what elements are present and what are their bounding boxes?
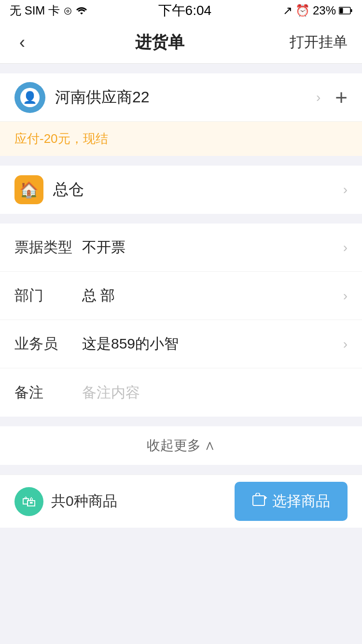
- select-btn-icon: [252, 493, 267, 510]
- back-button[interactable]: ‹: [14, 28, 30, 57]
- bottom-bar: 🛍 共0种商品 选择商品: [0, 475, 362, 528]
- status-bar: 无 SIM 卡 ⊙ 下午6:04 ↗ ⏰ 23%: [0, 0, 362, 21]
- notes-input[interactable]: 备注内容: [82, 383, 348, 403]
- signal-text: 无 SIM 卡 ⊙: [10, 3, 72, 18]
- department-label: 部门: [14, 286, 82, 306]
- battery-text: 23%: [313, 4, 336, 17]
- page-background: [0, 528, 362, 644]
- product-cart-icon: 🛍: [14, 487, 43, 516]
- svg-rect-3: [253, 496, 265, 505]
- form-section: 票据类型 不开票 › 部门 总 部 › 业务员 这是859的小智 › 备注 备注…: [0, 224, 362, 417]
- collapse-bar[interactable]: 收起更多 ∧: [0, 426, 362, 465]
- notes-label: 备注: [14, 383, 82, 403]
- salesperson-chevron-icon: ›: [343, 336, 348, 352]
- ticket-type-row[interactable]: 票据类型 不开票 ›: [0, 224, 362, 272]
- warehouse-row[interactable]: 🏠 总仓 ›: [0, 166, 362, 214]
- ticket-type-label: 票据类型: [14, 238, 82, 257]
- notes-row[interactable]: 备注 备注内容: [0, 368, 362, 417]
- department-value: 总 部: [82, 286, 343, 306]
- department-row[interactable]: 部门 总 部 ›: [0, 272, 362, 320]
- battery-icon: [339, 4, 352, 17]
- status-time: 下午6:04: [158, 1, 212, 20]
- avatar: 👤: [14, 82, 45, 113]
- warehouse-card: 🏠 总仓 ›: [0, 166, 362, 214]
- supplier-chevron-icon: ›: [316, 90, 320, 105]
- page-title: 进货单: [135, 31, 184, 54]
- supplier-card: 👤 河南供应商22 › + 应付-20元，现结: [0, 73, 362, 156]
- location-icon: ↗: [283, 4, 292, 17]
- svg-rect-2: [340, 8, 343, 14]
- salesperson-value: 这是859的小智: [82, 334, 343, 354]
- supplier-row[interactable]: 👤 河南供应商22 › +: [0, 73, 362, 122]
- wifi-icon: [76, 4, 87, 17]
- warehouse-chevron-icon: ›: [343, 182, 348, 197]
- nav-bar: ‹ 进货单 打开挂单: [0, 21, 362, 64]
- section-gap-2: [0, 156, 362, 166]
- open-pending-button[interactable]: 打开挂单: [290, 32, 348, 52]
- salesperson-row[interactable]: 业务员 这是859的小智 ›: [0, 320, 362, 368]
- select-btn-label: 选择商品: [272, 491, 330, 511]
- svg-rect-1: [351, 9, 352, 12]
- section-gap-1: [0, 64, 362, 73]
- select-product-button[interactable]: 选择商品: [235, 482, 348, 521]
- supplier-name: 河南供应商22: [55, 87, 316, 108]
- payment-notice: 应付-20元，现结: [0, 122, 362, 156]
- product-count-label: 共0种商品: [51, 491, 235, 511]
- department-chevron-icon: ›: [343, 288, 348, 304]
- warehouse-icon: 🏠: [14, 175, 43, 204]
- alarm-icon: ⏰: [295, 4, 310, 17]
- collapse-label: 收起更多 ∧: [147, 436, 216, 455]
- status-right: ↗ ⏰ 23%: [283, 4, 352, 17]
- add-supplier-button[interactable]: +: [335, 87, 348, 108]
- ticket-type-value: 不开票: [82, 238, 343, 257]
- ticket-chevron-icon: ›: [343, 240, 348, 255]
- person-icon: 👤: [23, 91, 37, 104]
- status-left: 无 SIM 卡 ⊙: [10, 3, 87, 18]
- salesperson-label: 业务员: [14, 334, 82, 354]
- warehouse-name: 总仓: [53, 179, 343, 200]
